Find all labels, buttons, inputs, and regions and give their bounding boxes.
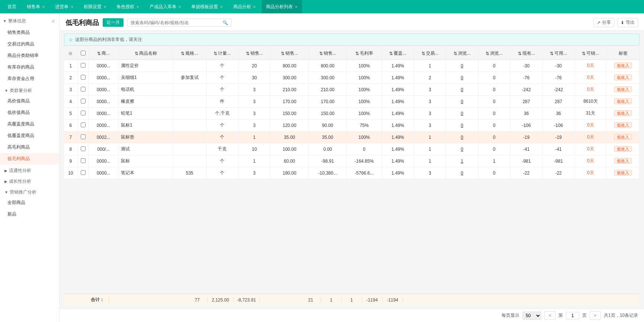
sidebar-item-low-coverage[interactable]: 低覆盖度商品 bbox=[0, 130, 59, 141]
th-spec[interactable]: ⇅规格... bbox=[173, 47, 206, 60]
sidebar-item-high-coverage[interactable]: 高覆盖度商品 bbox=[0, 118, 59, 130]
search-input[interactable] bbox=[131, 20, 222, 25]
export-button[interactable]: ⬇ 导出 bbox=[617, 18, 638, 27]
search-box[interactable]: 🔍 bbox=[127, 19, 231, 27]
view1-link[interactable]: 1 bbox=[461, 159, 464, 164]
sidebar-item-high-value[interactable]: 高价值商品 bbox=[0, 95, 59, 107]
view1-link[interactable]: 0 bbox=[461, 147, 464, 152]
row-checkbox[interactable] bbox=[81, 122, 86, 127]
sidebar-item-low-value[interactable]: 低价值商品 bbox=[0, 107, 59, 118]
row-checkbox[interactable] bbox=[81, 146, 86, 151]
th-current[interactable]: ⇅现有... bbox=[510, 47, 542, 60]
th-view1[interactable]: ⇅浏览... bbox=[446, 47, 478, 60]
sidebar-group-circulation[interactable]: ▶ 流通性分析 bbox=[0, 165, 59, 175]
th-gross-margin[interactable]: ⇅毛利率 bbox=[347, 47, 382, 60]
sidebar-item-sales-goods[interactable]: 销售类商品 bbox=[0, 27, 59, 38]
cell-view1[interactable]: 0 bbox=[446, 84, 478, 96]
th-checkbox[interactable] bbox=[77, 47, 89, 60]
nav-item-analysis-list[interactable]: 商品分析列表 × bbox=[262, 0, 302, 13]
row-checkbox-cell[interactable] bbox=[77, 143, 89, 155]
cell-view1[interactable]: 0 bbox=[446, 119, 478, 131]
close-icon[interactable]: × bbox=[253, 4, 256, 9]
view1-link[interactable]: 0 bbox=[461, 123, 464, 128]
nav-item-sales[interactable]: 销售单 × bbox=[22, 0, 49, 13]
cell-view1[interactable]: 0 bbox=[446, 131, 478, 143]
close-icon[interactable]: × bbox=[104, 4, 106, 9]
sidebar-item-high-margin[interactable]: 高毛利商品 bbox=[0, 141, 59, 153]
sidebar-item-capital[interactable]: 库存资金占用 bbox=[0, 73, 59, 85]
sidebar-item-category-rate[interactable]: 商品分类助销率 bbox=[0, 50, 59, 61]
cell-view1[interactable]: 0 bbox=[446, 143, 478, 155]
row-checkbox[interactable] bbox=[81, 158, 86, 163]
th-trade[interactable]: ⇅交易... bbox=[414, 47, 446, 60]
sidebar-item-low-margin[interactable]: 低毛利商品 bbox=[0, 153, 59, 165]
sidebar-item-new-goods[interactable]: 新品 bbox=[0, 208, 59, 220]
th-sales-profit[interactable]: ⇅销售... bbox=[308, 47, 346, 60]
sidebar-group-overall[interactable]: ▼ 整体信息 bbox=[3, 18, 26, 24]
th-available[interactable]: ⇅可用... bbox=[542, 47, 574, 60]
view1-link[interactable]: 0 bbox=[461, 63, 464, 68]
view1-link[interactable]: 0 bbox=[461, 111, 464, 116]
close-icon[interactable]: × bbox=[295, 4, 297, 9]
cell-view1[interactable]: 0 bbox=[446, 72, 478, 84]
th-sellable[interactable]: ⇅可销... bbox=[574, 47, 606, 60]
sidebar-collapse-button[interactable]: « bbox=[50, 16, 56, 25]
nav-item-purchase[interactable]: 进货单 × bbox=[51, 0, 77, 13]
th-settings[interactable]: ⚙ bbox=[64, 47, 77, 60]
next-page-button[interactable]: ＞ bbox=[590, 311, 601, 320]
cell-view1[interactable]: 0 bbox=[446, 167, 478, 179]
prev-page-button[interactable]: ＜ bbox=[544, 311, 555, 320]
nav-item-home[interactable]: 首页 bbox=[3, 0, 21, 13]
row-checkbox[interactable] bbox=[81, 111, 86, 115]
sidebar-group-cluster[interactable]: ▼ 类群量分析 bbox=[0, 85, 59, 95]
sidebar-item-traded-goods[interactable]: 交易过的商品 bbox=[0, 38, 59, 50]
cell-view1[interactable]: 1 bbox=[446, 155, 478, 167]
row-checkbox-cell[interactable] bbox=[77, 72, 89, 84]
row-checkbox[interactable] bbox=[81, 99, 86, 103]
row-checkbox[interactable] bbox=[81, 87, 86, 92]
th-coverage[interactable]: ⇅覆盖... bbox=[382, 47, 414, 60]
sidebar-item-all-goods[interactable]: 全部商品 bbox=[0, 197, 59, 208]
view1-link[interactable]: 0 bbox=[461, 99, 464, 104]
row-checkbox-cell[interactable] bbox=[77, 131, 89, 143]
row-checkbox-cell[interactable] bbox=[77, 119, 89, 131]
view1-link[interactable]: 0 bbox=[461, 135, 464, 140]
row-checkbox[interactable] bbox=[81, 134, 86, 139]
sidebar-group-growth[interactable]: ▶ 成长性分析 bbox=[0, 175, 59, 186]
cell-view1[interactable]: 0 bbox=[446, 108, 478, 119]
row-checkbox-cell[interactable] bbox=[77, 60, 89, 72]
row-checkbox-cell[interactable] bbox=[77, 108, 89, 119]
view1-link[interactable]: 0 bbox=[461, 75, 464, 80]
page-number-input[interactable] bbox=[566, 312, 579, 319]
per-page-select[interactable]: 50 20 100 bbox=[522, 312, 541, 320]
th-name[interactable]: ⇅商品名称 bbox=[119, 47, 173, 60]
view1-link[interactable]: 0 bbox=[461, 87, 464, 92]
nav-item-products[interactable]: 产成品入库单 × bbox=[145, 0, 185, 13]
row-checkbox[interactable] bbox=[81, 75, 86, 80]
row-checkbox[interactable] bbox=[81, 170, 86, 175]
close-icon[interactable]: × bbox=[137, 4, 139, 9]
select-all-checkbox[interactable] bbox=[81, 51, 86, 55]
th-view2[interactable]: ⇅浏览... bbox=[478, 47, 510, 60]
sidebar-item-inventory-goods[interactable]: 有库存的商品 bbox=[0, 61, 59, 73]
close-icon[interactable]: × bbox=[179, 4, 181, 9]
share-button[interactable]: ↗ 分享 bbox=[593, 18, 614, 27]
row-checkbox-cell[interactable] bbox=[77, 155, 89, 167]
th-sales-price[interactable]: ⇅销售... bbox=[270, 47, 308, 60]
table-container[interactable]: ⚙ ⇅商... ⇅商品名称 ⇅规格... bbox=[64, 47, 640, 294]
view1-link[interactable]: 0 bbox=[461, 170, 464, 176]
th-unit[interactable]: ⇅计量... bbox=[206, 47, 238, 60]
th-code[interactable]: ⇅商... bbox=[89, 47, 119, 60]
settings-icon[interactable]: ⚙ bbox=[68, 51, 73, 56]
nav-item-permissions[interactable]: 权限设置 × bbox=[79, 0, 110, 13]
th-tag[interactable]: 标签 bbox=[607, 47, 640, 60]
row-checkbox-cell[interactable] bbox=[77, 84, 89, 96]
th-sales-qty[interactable]: ⇅销售... bbox=[238, 47, 270, 60]
row-checkbox-cell[interactable] bbox=[77, 96, 89, 108]
close-icon[interactable]: × bbox=[220, 4, 222, 9]
filter-recent-month-button[interactable]: 近一月 bbox=[103, 18, 124, 27]
nav-item-roles[interactable]: 角色授权 × bbox=[112, 0, 143, 13]
close-icon[interactable]: × bbox=[71, 4, 73, 9]
sidebar-group-marketing[interactable]: ▼ 营销推广分析 bbox=[0, 186, 59, 197]
nav-item-analysis[interactable]: 商品分析 × bbox=[229, 0, 260, 13]
